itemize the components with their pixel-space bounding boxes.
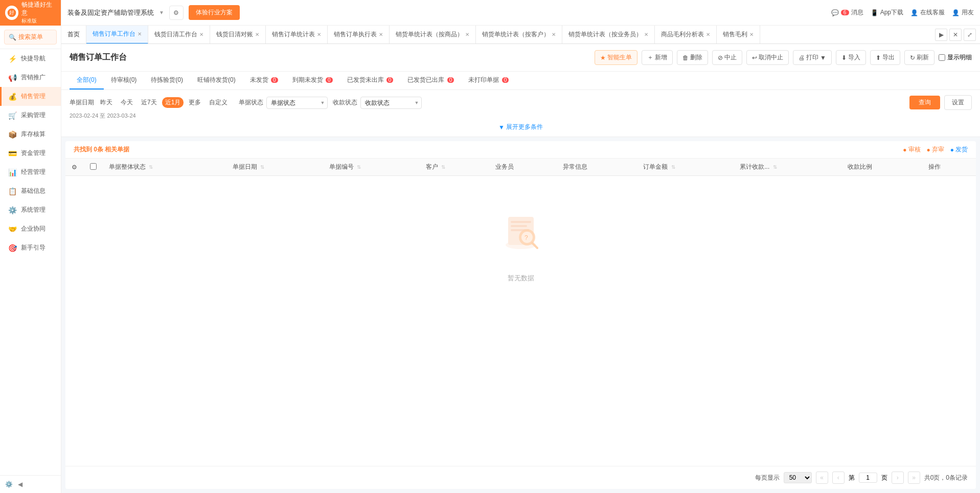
last-page-button[interactable]: »	[908, 472, 920, 484]
user-button[interactable]: 👤 用友	[952, 8, 974, 17]
tab-cash-daily[interactable]: 钱货日清工作台 ✕	[148, 26, 210, 44]
tab-close-gross-profit[interactable]: ✕	[706, 32, 710, 37]
sort-cumulative-icon[interactable]: ⇅	[773, 164, 777, 170]
tab-sales-workbench[interactable]: 销售订单工作台 ✕	[86, 26, 148, 44]
tab-close-salesperson[interactable]: ✕	[644, 32, 648, 37]
sidebar-item-purchase[interactable]: 🛒 采购管理	[0, 106, 61, 125]
col-settings[interactable]: ⚙	[65, 159, 84, 176]
print-button[interactable]: 🖨 打印 ▼	[793, 50, 832, 65]
quick-nav-label: 快捷导航	[21, 54, 45, 63]
message-button[interactable]: 💬 6 消息	[831, 8, 863, 17]
tab-close-customer[interactable]: ✕	[552, 32, 556, 37]
table-scroll-container[interactable]: ⚙ 单据整体状态 ⇅ 单据日期 ⇅ 单据编号	[65, 159, 976, 466]
sub-tab-shipped-out[interactable]: 已发货已出库 0	[400, 72, 461, 89]
ship-action[interactable]: ● 发货	[950, 145, 968, 154]
expand-more-button[interactable]: ▼ 展开更多条件	[498, 123, 543, 131]
date-opt-more[interactable]: 更多	[186, 97, 204, 108]
tab-home[interactable]: 首页	[61, 26, 86, 44]
tab-sales-stats[interactable]: 销售订单统计表 ✕	[266, 26, 328, 44]
settings-icon[interactable]: ⚙️	[5, 481, 13, 488]
sort-amount-icon[interactable]: ⇅	[671, 164, 675, 170]
sidebar-item-enterprise[interactable]: 🤝 企业协同	[0, 219, 61, 238]
tab-gross-profit[interactable]: 商品毛利分析表 ✕	[655, 26, 717, 44]
sub-tab-overdue-ship[interactable]: 到期未发货 0	[285, 72, 340, 89]
payment-select[interactable]: 收款状态	[360, 97, 422, 109]
collapse-icon[interactable]: ◀	[18, 481, 22, 488]
sub-tab-all[interactable]: 全部(0)	[70, 72, 104, 89]
tab-sales-exec[interactable]: 销售订单执行表 ✕	[328, 26, 390, 44]
tab-sales-summary-product[interactable]: 销货单统计表（按商品） ✕	[390, 26, 476, 44]
system-dropdown-icon[interactable]: ▼	[159, 10, 164, 15]
stop-button[interactable]: ⊘ 中止	[712, 50, 742, 65]
sidebar-item-guide[interactable]: 🎯 新手引导	[0, 238, 61, 257]
show-detail-checkbox-wrapper[interactable]: 显示明细	[939, 53, 972, 62]
sort-number-icon[interactable]: ⇅	[357, 164, 361, 170]
app-download-button[interactable]: 📱 App下载	[871, 8, 903, 17]
col-checkbox[interactable]	[84, 159, 103, 176]
date-opt-custom[interactable]: 自定义	[206, 97, 231, 108]
tab-close-sales-workbench[interactable]: ✕	[138, 31, 142, 37]
cancel-review-action[interactable]: ● 弃审	[927, 145, 944, 154]
tab-cash-reconcile[interactable]: 钱货日清对账 ✕	[210, 26, 266, 44]
online-service-button[interactable]: 👤 在线客服	[910, 8, 945, 17]
review-action[interactable]: ● 审核	[903, 145, 920, 154]
tab-close-product[interactable]: ✕	[465, 32, 469, 37]
settings-button[interactable]: ⚙	[169, 6, 184, 20]
sub-tab-not-printed[interactable]: 未打印单据 0	[461, 72, 516, 89]
page-input[interactable]	[859, 473, 877, 483]
export-button[interactable]: ⬆ 导出	[870, 50, 900, 65]
sub-tab-not-shipped[interactable]: 未发货 0	[243, 72, 285, 89]
sidebar-item-basic[interactable]: 📋 基础信息	[0, 182, 61, 200]
sidebar-item-inventory[interactable]: 📦 库存核算	[0, 125, 61, 144]
first-page-button[interactable]: «	[816, 472, 828, 484]
tab-close-sales-exec[interactable]: ✕	[379, 32, 383, 37]
status-label: 单据状态	[239, 98, 263, 107]
trial-button[interactable]: 体验行业方案	[189, 5, 240, 20]
date-opt-today[interactable]: 今天	[118, 97, 136, 108]
delete-button[interactable]: 🗑 删除	[677, 50, 708, 65]
sub-tab-pending-inspect[interactable]: 待拣验货(0)	[144, 72, 190, 89]
set-button[interactable]: 设置	[944, 95, 972, 110]
date-opt-yesterday[interactable]: 昨天	[97, 97, 116, 108]
sidebar-item-operation[interactable]: 📊 经营管理	[0, 163, 61, 182]
filter-status: 单据状态 单据状态	[239, 97, 328, 109]
sidebar-item-system[interactable]: ⚙️ 系统管理	[0, 200, 61, 219]
prev-page-button[interactable]: ‹	[832, 472, 845, 484]
tab-close-cash-reconcile[interactable]: ✕	[255, 32, 259, 37]
sort-status-icon[interactable]: ⇅	[149, 164, 153, 170]
search-icon: 🔍	[9, 34, 16, 41]
tab-fullscreen[interactable]: ⤢	[964, 29, 976, 41]
query-button[interactable]: 查询	[909, 96, 940, 109]
date-opt-1month[interactable]: 近1月	[162, 97, 184, 108]
smart-create-button[interactable]: ★ 智能生单	[595, 50, 637, 65]
sort-date-icon[interactable]: ⇅	[260, 164, 264, 170]
page-size-select[interactable]: 50 10 20 100	[784, 472, 812, 483]
cancel-stop-button[interactable]: ↩ 取消中止	[746, 50, 789, 65]
sub-tab-shipped-not-out[interactable]: 已发货未出库 0	[340, 72, 401, 89]
status-select[interactable]: 单据状态	[266, 97, 328, 109]
user-name: 用友	[962, 8, 974, 17]
tab-sales-gross[interactable]: 销售毛利 ✕	[717, 26, 760, 44]
sidebar-item-finance[interactable]: 💳 资金管理	[0, 144, 61, 163]
sidebar-item-quick-nav[interactable]: ⚡ 快捷导航	[0, 49, 61, 68]
tab-close-cash-daily[interactable]: ✕	[199, 32, 203, 37]
tab-close-sales-stats[interactable]: ✕	[317, 32, 321, 37]
date-opt-7days[interactable]: 近7天	[138, 97, 160, 108]
tab-close-all[interactable]: ✕	[949, 29, 962, 41]
add-button[interactable]: ＋ 新增	[642, 50, 673, 65]
sub-tab-wangpu-ship[interactable]: 旺铺待发货(0)	[190, 72, 243, 89]
search-menu-button[interactable]: 🔍 搜索菜单	[4, 30, 57, 44]
next-page-button[interactable]: ›	[892, 472, 904, 484]
tab-scroll-right[interactable]: ▶	[935, 29, 947, 41]
import-button[interactable]: ⬇ 导入	[836, 50, 866, 65]
select-all-checkbox[interactable]	[90, 163, 97, 170]
tab-sales-summary-customer[interactable]: 销货单统计表（按客户） ✕	[476, 26, 562, 44]
tab-sales-summary-salesperson[interactable]: 销货单统计表（按业务员） ✕	[562, 26, 655, 44]
sub-tab-pending-review[interactable]: 待审核(0)	[104, 72, 144, 89]
show-detail-checkbox[interactable]	[939, 54, 945, 61]
refresh-button[interactable]: ↻ 刷新	[904, 50, 935, 65]
tab-close-sales-gross[interactable]: ✕	[749, 32, 754, 37]
sidebar-item-sales[interactable]: 💰 销售管理	[0, 87, 61, 106]
sidebar-item-marketing[interactable]: 📢 营销推广	[0, 68, 61, 87]
sort-customer-icon[interactable]: ⇅	[441, 164, 445, 170]
